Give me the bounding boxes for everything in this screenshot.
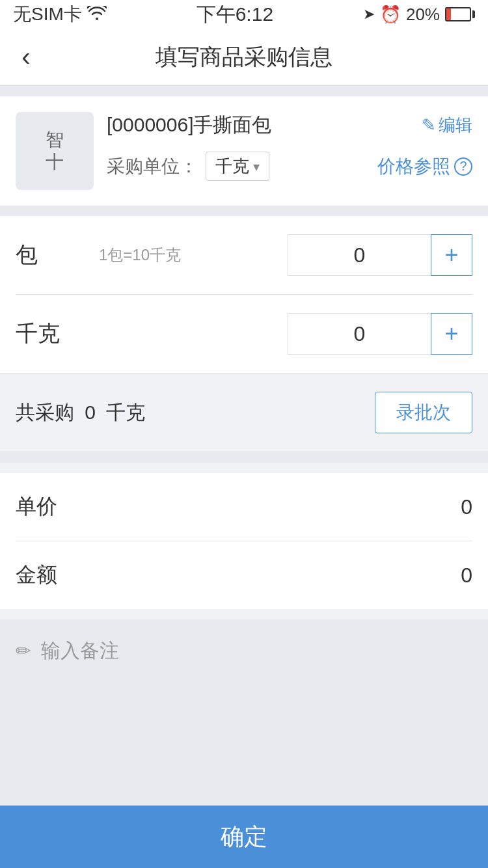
top-divider	[0, 86, 488, 96]
remark-placeholder: 输入备注	[41, 638, 119, 664]
plus-button-kg[interactable]: +	[431, 313, 472, 355]
quantity-input-bao[interactable]	[288, 234, 431, 276]
back-icon: ‹	[21, 42, 30, 72]
quantity-sublabel-bao: 1包=10千克	[99, 245, 181, 265]
summary-amount: 0	[85, 401, 96, 423]
product-unit-row: 采购单位： 千克 ▾ 价格参照 ?	[107, 152, 472, 181]
quantity-input-wrap-bao: +	[181, 234, 472, 276]
product-card: 智 十 [0000006]手撕面包 ✎ 编辑 采购单位： 千克 ▾ 价格参照	[0, 96, 488, 206]
battery-percent: 20%	[406, 5, 440, 25]
wifi-icon	[87, 4, 107, 25]
summary-row: 共采购 0 千克 录批次	[0, 373, 488, 452]
status-left: 无SIM卡	[13, 2, 107, 27]
edit-icon: ✎	[422, 115, 436, 135]
amount-value: 0	[461, 563, 472, 588]
quantity-input-wrap-kg: +	[94, 313, 472, 355]
amount-label: 金额	[16, 561, 57, 590]
back-button[interactable]: ‹	[0, 29, 52, 86]
plus-button-bao[interactable]: +	[431, 234, 472, 276]
page-title: 填写商品采购信息	[156, 42, 332, 72]
section-divider-2	[0, 452, 488, 463]
unit-price-value: 0	[461, 495, 472, 519]
product-header: [0000006]手撕面包 ✎ 编辑	[107, 112, 472, 139]
remark-section[interactable]: ✏ 输入备注	[0, 619, 488, 683]
status-right: ➤ ⏰ 20%	[363, 5, 475, 25]
quantity-section: 包 1包=10千克 + 千克 + 共采购 0 千克 录批次	[0, 216, 488, 452]
price-section: 单价 0 金额 0	[0, 473, 488, 609]
product-info: [0000006]手撕面包 ✎ 编辑 采购单位： 千克 ▾ 价格参照 ?	[107, 112, 472, 181]
edit-button[interactable]: ✎ 编辑	[422, 114, 472, 137]
batch-button[interactable]: 录批次	[375, 392, 472, 433]
quantity-label-bao: 包	[16, 240, 94, 270]
chevron-down-icon: ▾	[253, 159, 260, 174]
unit-label: 采购单位：	[107, 154, 198, 179]
price-ref-button[interactable]: 价格参照 ?	[377, 154, 472, 179]
price-row-unit: 单价 0	[0, 473, 488, 541]
pencil-icon: ✏	[16, 640, 31, 662]
carrier-label: 无SIM卡	[13, 2, 82, 27]
nav-bar: ‹ 填写商品采购信息	[0, 29, 488, 86]
confirm-label: 确定	[221, 821, 267, 853]
alarm-icon: ⏰	[380, 5, 401, 25]
unit-price-label: 单价	[16, 493, 57, 521]
status-time: 下午6:12	[197, 1, 273, 28]
quantity-input-kg[interactable]	[288, 313, 431, 355]
battery-icon	[445, 7, 475, 21]
quantity-row-kg: 千克 +	[0, 295, 488, 373]
quantity-label-kg: 千克	[16, 319, 94, 349]
price-row-amount: 金额 0	[0, 541, 488, 609]
product-name: [0000006]手撕面包	[107, 112, 271, 139]
location-icon: ➤	[363, 6, 375, 23]
product-logo: 智 十	[46, 129, 64, 172]
help-icon: ?	[454, 157, 472, 176]
quantity-row-bao: 包 1包=10千克 +	[0, 216, 488, 294]
status-bar: 无SIM卡 下午6:12 ➤ ⏰ 20%	[0, 0, 488, 29]
unit-select[interactable]: 千克 ▾	[206, 152, 269, 181]
section-divider-1	[0, 206, 488, 216]
confirm-button[interactable]: 确定	[0, 806, 488, 868]
product-image: 智 十	[16, 112, 94, 190]
summary-text: 共采购 0 千克	[16, 400, 145, 426]
